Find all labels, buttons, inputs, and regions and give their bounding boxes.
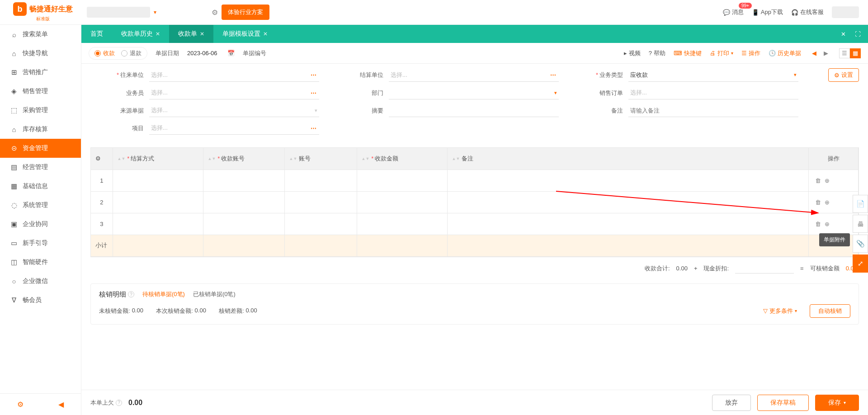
sort-icon[interactable]: ▲▼: [118, 157, 126, 160]
input-subject[interactable]: 选择...⋯: [149, 122, 319, 135]
chevron-down-icon[interactable]: ▾: [794, 72, 797, 78]
sidebar-item[interactable]: ⌂库存核算: [0, 120, 81, 139]
rail-attachment-icon[interactable]: 📎: [853, 235, 868, 253]
field-counterparty: *往来单位 选择...⋯: [90, 68, 319, 82]
save-draft-button[interactable]: 保存草稿: [757, 395, 809, 411]
print-link[interactable]: 🖨打印▾: [710, 49, 733, 57]
delete-row-icon[interactable]: 🗑: [815, 221, 821, 227]
close-icon[interactable]: ✕: [200, 31, 204, 37]
sidebar-item[interactable]: ⌕搜索菜单: [0, 25, 81, 44]
app-download-link[interactable]: 📱 App下载: [752, 8, 783, 16]
sidebar-item[interactable]: ◫智能硬件: [0, 253, 81, 272]
table-row[interactable]: 2🗑⊕: [91, 191, 859, 213]
ellipsis-icon[interactable]: ⋯: [311, 90, 317, 96]
sidebar-item[interactable]: ○企业微信: [0, 272, 81, 291]
close-all-tabs-icon[interactable]: ✕: [837, 31, 849, 38]
sidebar-item[interactable]: ▤经营管理: [0, 158, 81, 177]
table-row[interactable]: 3🗑⊕: [91, 213, 859, 235]
verify-tab-done[interactable]: 已核销单据(0笔): [193, 290, 236, 298]
history-link[interactable]: 🕓历史单据: [769, 49, 801, 57]
input-sales-order[interactable]: 选择...: [628, 86, 798, 99]
ellipsis-icon[interactable]: ⋯: [311, 71, 317, 78]
gear-icon[interactable]: ⚙: [212, 8, 218, 17]
tab[interactable]: 收款单✕: [169, 25, 213, 43]
user-avatar[interactable]: [832, 6, 859, 18]
sidebar-item-icon: ▭: [10, 239, 18, 247]
add-row-icon[interactable]: ⊕: [825, 221, 830, 227]
radio-receive[interactable]: 收款: [94, 49, 115, 57]
close-icon[interactable]: ✕: [156, 31, 160, 37]
rail-note-icon[interactable]: 📄: [853, 195, 868, 213]
sidebar-item[interactable]: ▦基础信息: [0, 177, 81, 196]
next-doc-icon[interactable]: ▶: [821, 48, 831, 58]
table-settings-icon[interactable]: ⚙: [91, 148, 113, 170]
help-icon[interactable]: ?: [116, 400, 122, 406]
delete-row-icon[interactable]: 🗑: [815, 199, 821, 206]
add-row-icon[interactable]: ⊕: [825, 177, 830, 184]
sidebar-item-icon: ⌕: [10, 31, 18, 38]
experience-industry-button[interactable]: 体验行业方案: [222, 5, 269, 20]
sidebar-item[interactable]: ▣企业协同: [0, 215, 81, 234]
chevron-down-icon[interactable]: ▾: [554, 90, 557, 96]
sidebar-item[interactable]: ◌系统管理: [0, 196, 81, 215]
sidebar-item[interactable]: ▭新手引导: [0, 234, 81, 253]
sidebar-item[interactable]: ⌂快捷导航: [0, 44, 81, 63]
delete-row-icon[interactable]: 🗑: [815, 177, 821, 184]
settings-icon[interactable]: ⚙: [17, 400, 24, 409]
input-summary[interactable]: [389, 104, 559, 117]
shortcut-link[interactable]: ⌨快捷键: [674, 49, 702, 57]
sidebar-item-icon: ▦: [10, 182, 18, 190]
tab[interactable]: 单据模板设置✕: [213, 25, 277, 43]
rail-expand-icon[interactable]: ⤢: [853, 255, 868, 273]
tab[interactable]: 首页: [81, 25, 112, 43]
list-view-icon[interactable]: ☰: [839, 48, 850, 58]
operation-link[interactable]: ☰操作: [741, 49, 760, 57]
sort-icon[interactable]: ▲▼: [362, 157, 370, 160]
input-department[interactable]: ▾: [389, 87, 559, 99]
save-button[interactable]: 保存▾: [815, 395, 859, 411]
input-settlement-unit[interactable]: 选择...⋯: [389, 69, 559, 82]
sidebar-item[interactable]: ◈销售管理: [0, 82, 81, 101]
input-salesperson[interactable]: 选择...⋯: [149, 86, 319, 99]
ellipsis-icon[interactable]: ⋯: [311, 125, 317, 132]
collapse-sidebar-icon[interactable]: ◀: [58, 400, 64, 409]
messages-link[interactable]: 💬 消息 99+: [723, 8, 744, 16]
verify-tab-pending[interactable]: 待核销单据(0笔): [142, 290, 185, 298]
company-selector[interactable]: ▾: [81, 7, 208, 18]
help-icon[interactable]: ?: [128, 291, 134, 297]
sidebar-item[interactable]: ⬚采购管理: [0, 101, 81, 120]
input-business-type[interactable]: 应收款▾: [628, 69, 798, 82]
close-icon[interactable]: ✕: [263, 31, 268, 37]
sidebar-item[interactable]: ⊞营销推广: [0, 63, 81, 82]
calendar-icon[interactable]: 📅: [227, 50, 235, 57]
help-link[interactable]: ?帮助: [649, 49, 665, 57]
discard-button[interactable]: 放弃: [712, 395, 751, 411]
fullscreen-icon[interactable]: ⛶: [852, 31, 863, 38]
settings-button[interactable]: ⚙设置: [828, 68, 859, 82]
sort-icon[interactable]: ▲▼: [289, 157, 297, 160]
cash-discount-input[interactable]: [735, 264, 794, 274]
add-row-icon[interactable]: ⊕: [825, 199, 830, 206]
input-counterparty[interactable]: 选择...⋯: [149, 69, 319, 82]
input-remark[interactable]: [628, 104, 798, 117]
sort-icon[interactable]: ▲▼: [208, 157, 216, 160]
sort-icon[interactable]: ▲▼: [452, 157, 460, 160]
tab[interactable]: 收款单历史✕: [112, 25, 169, 43]
video-link[interactable]: ▸视频: [624, 49, 641, 57]
rail-print-icon[interactable]: 🖶: [853, 215, 868, 233]
chevron-down-icon[interactable]: ▾: [315, 108, 317, 113]
print-icon: 🖨: [710, 50, 716, 57]
sidebar-item[interactable]: ∇畅会员: [0, 291, 81, 310]
doc-date-value[interactable]: 2023-06-06: [187, 50, 217, 57]
ellipsis-icon[interactable]: ⋯: [550, 71, 557, 78]
customer-service-link[interactable]: 🎧 在线客服: [791, 8, 824, 16]
input-source-doc[interactable]: 选择...▾: [149, 104, 319, 117]
attachment-tooltip: 单据附件: [819, 233, 850, 246]
sidebar-item[interactable]: ⊝资金管理: [0, 139, 81, 158]
radio-refund[interactable]: 退款: [121, 49, 142, 57]
table-row[interactable]: 1🗑⊕: [91, 170, 859, 191]
form-view-icon[interactable]: ▦: [850, 48, 861, 58]
auto-verify-button[interactable]: 自动核销: [810, 304, 850, 318]
prev-doc-icon[interactable]: ◀: [809, 48, 819, 58]
more-conditions-link[interactable]: ▽更多条件▾: [763, 307, 797, 315]
